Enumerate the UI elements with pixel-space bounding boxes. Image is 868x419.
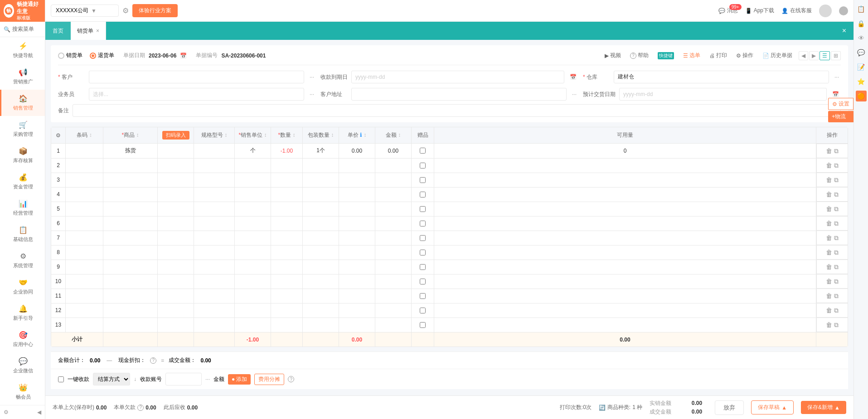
- row-unit-price[interactable]: [339, 274, 375, 289]
- next-record-icon[interactable]: ▶: [809, 51, 819, 60]
- prev-record-icon[interactable]: ◀: [799, 51, 808, 60]
- sidebar-item-11[interactable]: 🎯应用中心: [0, 326, 45, 352]
- product-category[interactable]: 🔄 商品种类: 1 种: [599, 404, 642, 411]
- row-unit[interactable]: [235, 274, 271, 289]
- sidebar-item-8[interactable]: ⚙系统管理: [0, 247, 45, 274]
- row-gift[interactable]: [412, 202, 434, 216]
- row-quantity[interactable]: [271, 158, 303, 173]
- copy-icon[interactable]: ⧉: [834, 176, 839, 184]
- row-pack-qty[interactable]: [303, 187, 339, 202]
- row-amount[interactable]: [375, 303, 412, 318]
- row-pack-qty[interactable]: [303, 260, 339, 274]
- row-quantity[interactable]: [271, 202, 303, 216]
- row-unit-price[interactable]: [339, 173, 375, 187]
- row-spec[interactable]: [194, 318, 235, 332]
- delete-icon[interactable]: 🗑: [826, 162, 832, 169]
- row-amount[interactable]: [375, 202, 412, 216]
- copy-icon[interactable]: ⧉: [834, 205, 839, 213]
- row-gift[interactable]: [412, 245, 434, 260]
- row-pack-qty[interactable]: [303, 318, 339, 332]
- row-product[interactable]: [103, 173, 158, 187]
- row-spec[interactable]: [194, 144, 235, 159]
- row-quantity[interactable]: [271, 187, 303, 202]
- row-pack-qty[interactable]: 1个: [303, 144, 339, 159]
- row-gift[interactable]: [412, 216, 434, 231]
- user-avatar[interactable]: [819, 5, 832, 17]
- settings-gear-icon[interactable]: ⚙: [122, 6, 129, 15]
- sidebar-item-2[interactable]: 🏠销售管理: [0, 90, 45, 116]
- shortcut-btn[interactable]: 快捷键: [655, 51, 677, 60]
- row-pack-qty[interactable]: [303, 274, 339, 289]
- row-unit[interactable]: [235, 231, 271, 245]
- panel-btn-3[interactable]: 👁: [856, 33, 867, 43]
- delete-icon[interactable]: 🗑: [826, 307, 832, 314]
- logistics-side-btn[interactable]: +物流: [828, 111, 853, 122]
- row-amount[interactable]: [375, 289, 412, 303]
- note-input[interactable]: [73, 104, 841, 117]
- row-pack-qty[interactable]: [303, 231, 339, 245]
- sidebar-item-12[interactable]: 💬企业微信: [0, 352, 45, 379]
- row-unit-price[interactable]: [339, 216, 375, 231]
- row-barcode[interactable]: [66, 187, 103, 202]
- sidebar-item-13[interactable]: 👑畅会员: [0, 379, 45, 405]
- payment-date-input[interactable]: yyyy-mm-dd: [351, 71, 564, 83]
- row-product[interactable]: [103, 303, 158, 318]
- row-quantity[interactable]: [271, 260, 303, 274]
- row-unit[interactable]: [235, 202, 271, 216]
- radio-sales-order[interactable]: 销货单: [58, 52, 82, 59]
- copy-icon[interactable]: ⧉: [834, 307, 839, 314]
- sidebar-item-4[interactable]: 📦库存核算: [0, 142, 45, 169]
- row-spec[interactable]: [194, 202, 235, 216]
- delete-icon[interactable]: 🗑: [826, 191, 832, 198]
- row-gift[interactable]: [412, 158, 434, 173]
- row-quantity[interactable]: [271, 231, 303, 245]
- customer-input[interactable]: [89, 71, 304, 83]
- row-quantity[interactable]: [271, 173, 303, 187]
- row-barcode[interactable]: [66, 173, 103, 187]
- row-barcode[interactable]: [66, 216, 103, 231]
- expected-delivery-input[interactable]: yyyy-mm-dd: [619, 88, 827, 101]
- row-amount[interactable]: [375, 318, 412, 332]
- row-pack-qty[interactable]: [303, 303, 339, 318]
- col-scan[interactable]: 扫码录入: [158, 127, 194, 144]
- select-btn[interactable]: ☰ 选单: [680, 51, 703, 60]
- settlement-more-icon[interactable]: ↓: [134, 376, 136, 382]
- row-gift[interactable]: [412, 289, 434, 303]
- delete-icon[interactable]: 🗑: [826, 292, 832, 299]
- row-unit-price[interactable]: [339, 245, 375, 260]
- radio-return-order[interactable]: 退货单: [90, 52, 114, 59]
- row-product[interactable]: [103, 231, 158, 245]
- sidebar-collapse-icon[interactable]: ◀: [37, 409, 41, 415]
- customer-address-input[interactable]: [351, 88, 567, 101]
- delete-icon[interactable]: 🗑: [826, 321, 832, 328]
- row-barcode[interactable]: [66, 318, 103, 332]
- row-amount[interactable]: [375, 158, 412, 173]
- row-unit[interactable]: [235, 260, 271, 274]
- sidebar-item-0[interactable]: ⚡快捷导航: [0, 37, 45, 63]
- history-btn[interactable]: 📄 历史单据: [760, 51, 795, 60]
- row-amount[interactable]: [375, 245, 412, 260]
- user-avatar-2[interactable]: [839, 6, 848, 15]
- row-spec[interactable]: [194, 260, 235, 274]
- row-spec[interactable]: [194, 289, 235, 303]
- row-gift[interactable]: [412, 274, 434, 289]
- row-product[interactable]: [103, 216, 158, 231]
- row-unit[interactable]: [235, 216, 271, 231]
- print-btn[interactable]: 🖨 打印: [707, 51, 730, 60]
- online-service-btn[interactable]: 👤 在线客服: [781, 7, 812, 14]
- help-btn[interactable]: ? 帮助: [627, 51, 651, 60]
- row-unit[interactable]: [235, 245, 271, 260]
- row-barcode[interactable]: [66, 289, 103, 303]
- row-product[interactable]: [103, 202, 158, 216]
- delete-icon[interactable]: 🗑: [826, 263, 832, 270]
- row-unit[interactable]: 个: [235, 144, 271, 159]
- salesperson-more-btn[interactable]: ···: [308, 91, 316, 97]
- panel-btn-7[interactable]: 🟠: [856, 91, 867, 101]
- row-product[interactable]: [103, 289, 158, 303]
- row-spec[interactable]: [194, 216, 235, 231]
- copy-icon[interactable]: ⧉: [834, 191, 839, 198]
- panel-btn-1[interactable]: 📋: [856, 4, 867, 14]
- sidebar-item-7[interactable]: 📋基础信息: [0, 221, 45, 247]
- row-amount[interactable]: [375, 187, 412, 202]
- row-gift[interactable]: [412, 231, 434, 245]
